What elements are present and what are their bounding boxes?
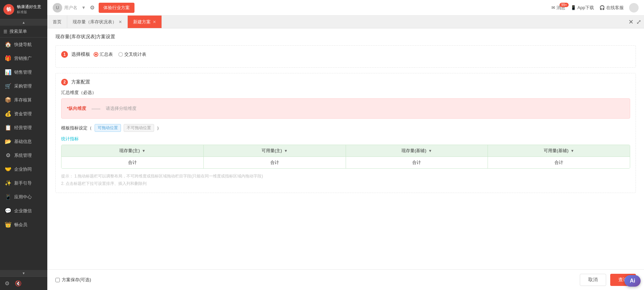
sidebar-item-label: 采购管理 (14, 83, 32, 89)
topbar-right: ✉ 消息 99+ 📱 App下载 🎧 在线客服 (551, 3, 639, 13)
ai-badge[interactable]: Ai (624, 275, 641, 287)
hint-area: 提示： 1.拖动标题栏可以调整布局，不可跨维度或指标区域拖动栏目字段(只能在同一… (61, 173, 630, 187)
cancel-button[interactable]: 取消 (580, 274, 606, 286)
topbar-user: U 用户名 (53, 3, 77, 13)
sidebar-item-label: 企业协同 (14, 166, 32, 172)
sidebar-item-label: 库存核算 (14, 97, 32, 103)
dropdown-arrow-icon-1: ▼ (142, 149, 146, 153)
content-area: 现存量(库存状况表)方案设置 1 选择模板 汇总表 交叉统计表 (47, 28, 644, 269)
sidebar-item-app-center[interactable]: 📱 应用中心 (0, 190, 47, 204)
cart-icon: 🛒 (5, 83, 11, 89)
trial-btn[interactable]: 体验行业方案 (99, 3, 134, 13)
stats-table-body: 合计 合计 合计 合计 (61, 156, 630, 168)
sidebar-item-operations[interactable]: 📋 经营管理 (0, 121, 47, 135)
tab-inventory-status[interactable]: 现存量（库存状况表） ✕ (67, 16, 128, 28)
app-logo-icon: 畅 (3, 4, 14, 15)
section2-header: 2 方案配置 (61, 79, 630, 86)
close-window-icon[interactable]: ✕ (628, 18, 634, 26)
tab-new-plan-close-icon[interactable]: ✕ (153, 20, 156, 24)
dropdown-arrow-icon-3: ▼ (428, 149, 432, 153)
sidebar-bottom: ⚙ 🔇 (0, 276, 47, 290)
tabbar: 首页 现存量（库存状况表） ✕ 新建方案 ✕ ✕ ⤢ (47, 16, 644, 28)
sidebar-item-inventory[interactable]: 📦 库存核算 (0, 93, 47, 107)
settings-gear-icon[interactable]: ⚙ (90, 4, 95, 11)
radio-cross-label: 交叉统计表 (124, 51, 146, 57)
message-btn[interactable]: ✉ 消息 99+ (551, 5, 565, 11)
sidebar-item-basic-info[interactable]: 📂 基础信息 (0, 135, 47, 148)
tab-home-label: 首页 (53, 19, 61, 25)
dimension-required: *纵向维度 (67, 105, 86, 112)
dimension-placeholder[interactable]: 请选择分组维度 (106, 105, 137, 112)
indicator-end: ） (157, 125, 161, 131)
footer-save: 方案保存(可选) (55, 277, 91, 283)
section1-title: 选择模板 (71, 51, 90, 57)
sidebar-search[interactable]: ☰ 搜索菜单 (0, 26, 47, 38)
dropdown-arrow-icon-2: ▼ (284, 149, 288, 153)
page-title: 现存量(库存状况表)方案设置 (55, 34, 636, 40)
stats-table-header: 现存量(主) ▼ 可用量(主) ▼ 现存量(基辅) ▼ 可用量(基辅) (61, 145, 630, 156)
money-icon: 💰 (5, 111, 11, 117)
sidebar-item-label: 企业微信 (14, 208, 32, 214)
section1-num: 1 (61, 51, 68, 58)
sidebar-item-label: 营销推广 (14, 55, 32, 62)
message-badge: 99+ (560, 3, 569, 7)
radio-summary[interactable]: 汇总表 (94, 51, 113, 57)
stats-col-1-label: 现存量(主) (119, 148, 140, 154)
sidebar: 畅 畅康通好生意 标准版 ▲ ☰ 搜索菜单 🏠 快捷导航 🎁 营销推广 📊 销售… (0, 0, 47, 290)
sidebar-item-marketing[interactable]: 🎁 营销推广 (0, 51, 47, 65)
headset-icon: 🎧 (599, 5, 605, 10)
save-checkbox[interactable] (55, 278, 60, 282)
sidebar-item-system[interactable]: ⚙ 系统管理 (0, 148, 47, 162)
dropdown-arrow-icon[interactable]: ▼ (81, 5, 86, 10)
sidebar-logo: 畅 畅康通好生意 标准版 (0, 0, 47, 19)
sidebar-item-wechat[interactable]: 💬 企业微信 (0, 204, 47, 218)
main-area: U 用户名 ▼ ⚙ 体验行业方案 ✉ 消息 99+ 📱 App下载 🎧 在线客服 (47, 0, 644, 290)
sidebar-item-guide[interactable]: ✨ 新手引导 (0, 176, 47, 190)
user-avatar[interactable] (629, 3, 639, 13)
crown-icon: 👑 (5, 221, 11, 228)
settings-icon[interactable]: ⚙ (5, 280, 9, 287)
stats-body-col-1: 合计 (61, 157, 204, 168)
handshake-icon: 🤝 (5, 166, 11, 172)
box-icon: 📦 (5, 97, 11, 103)
sidebar-item-label: 畅会员 (14, 222, 27, 228)
stats-col-2-header[interactable]: 可用量(主) ▼ (204, 145, 346, 156)
sidebar-item-member[interactable]: 👑 畅会员 (0, 218, 47, 232)
app-download-label: App下载 (577, 5, 594, 11)
indicator-movable-badge: 可拖动位置 (95, 124, 121, 132)
section2-title: 方案配置 (71, 79, 90, 85)
sidebar-item-label: 经营管理 (14, 125, 32, 131)
mute-icon[interactable]: 🔇 (15, 280, 22, 287)
gift-icon: 🎁 (5, 55, 11, 62)
sidebar-item-finance[interactable]: 💰 资金管理 (0, 107, 47, 121)
sidebar-scroll-up[interactable]: ▲ (0, 19, 47, 26)
sidebar-item-label: 应用中心 (14, 194, 32, 200)
search-icon: ☰ (3, 29, 7, 34)
stats-col-4-header[interactable]: 可用量(基辅) ▼ (488, 145, 630, 156)
section-plan-config: 2 方案配置 汇总维度（必选） *纵向维度 —— 请选择分组维度 模板指标设定（… (55, 73, 636, 193)
dimension-box: *纵向维度 —— 请选择分组维度 (61, 98, 630, 119)
avatar: U (53, 3, 62, 13)
section2-num: 2 (61, 79, 68, 86)
mobile-icon: 📱 (5, 194, 11, 200)
online-service-btn[interactable]: 🎧 在线客服 (599, 5, 624, 11)
stats-col-1-header[interactable]: 现存量(主) ▼ (61, 145, 204, 156)
indicator-fixed-badge: 不可拖动位置 (124, 124, 154, 132)
sidebar-item-label: 销售管理 (14, 69, 32, 75)
indicator-setting: 模板指标设定（ 可拖动位置 不可拖动位置 ） (61, 124, 630, 132)
tab-home[interactable]: 首页 (47, 16, 67, 28)
chart-icon: 📊 (5, 69, 11, 75)
app-download-btn[interactable]: 📱 App下载 (571, 5, 594, 11)
sidebar-scroll-down[interactable]: ▼ (0, 270, 47, 276)
hint-1: 提示： 1.拖动标题栏可以调整布局，不可跨维度或指标区域拖动栏目字段(只能在同一… (61, 173, 630, 180)
sidebar-item-company[interactable]: 🤝 企业协同 (0, 162, 47, 176)
sidebar-item-sales[interactable]: 📊 销售管理 (0, 65, 47, 79)
radio-cross[interactable]: 交叉统计表 (118, 51, 146, 57)
stats-col-3-header[interactable]: 现存量(基辅) ▼ (346, 145, 488, 156)
sidebar-item-quick-nav[interactable]: 🏠 快捷导航 (0, 38, 47, 51)
tab-inventory-close-icon[interactable]: ✕ (119, 20, 122, 24)
sidebar-item-purchase[interactable]: 🛒 采购管理 (0, 79, 47, 93)
dimension-dash: —— (92, 106, 100, 111)
tab-new-plan[interactable]: 新建方案 ✕ (128, 16, 162, 28)
expand-window-icon[interactable]: ⤢ (636, 18, 641, 26)
